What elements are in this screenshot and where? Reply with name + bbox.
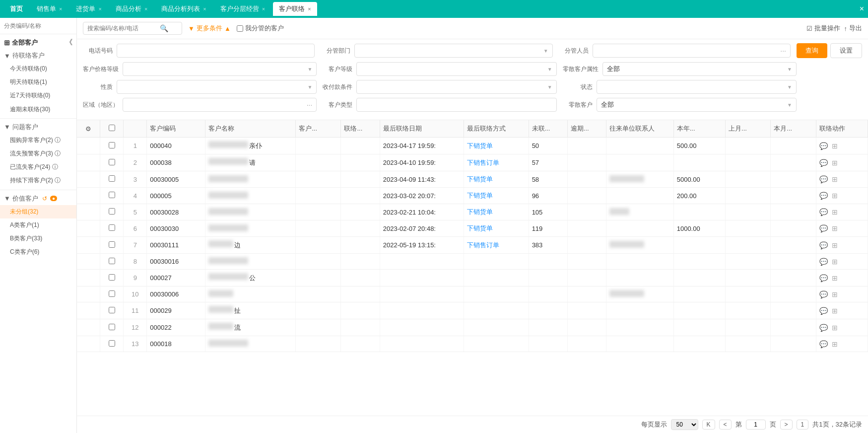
contact-method-link[interactable]: 下销货单 (467, 192, 493, 199)
tab-sales[interactable]: 销售单 × (31, 2, 68, 16)
next-page-btn[interactable]: > (780, 420, 793, 430)
tab-customer-segment[interactable]: 客户分层经营 × (214, 2, 271, 16)
message-icon[interactable]: 💬 (819, 175, 828, 183)
tab-home[interactable]: 首页 (4, 2, 29, 16)
sidebar-item-7day-contact[interactable]: 近7天待联络(0) (0, 89, 76, 102)
message-icon[interactable]: 💬 (819, 142, 828, 150)
sidebar-item-ungrouped[interactable]: 未分组(32) (0, 205, 76, 218)
cell-last-contact-method[interactable]: 下销货单 (464, 171, 529, 188)
grid-action-icon[interactable]: ⊞ (832, 340, 838, 348)
grid-action-icon[interactable]: ⊞ (832, 208, 838, 216)
contact-method-link[interactable]: 下销货单 (467, 142, 493, 149)
sidebar-item-tomorrow-contact[interactable]: 明天待联络(1) (0, 75, 76, 89)
row-checkbox[interactable] (109, 142, 115, 148)
cell-checkbox[interactable] (100, 270, 124, 287)
payment-select[interactable]: ▼ (356, 80, 556, 94)
contact-method-link[interactable]: 下销售订单 (467, 159, 499, 166)
grid-action-icon[interactable]: ⊞ (832, 159, 838, 167)
th-last-contact-date[interactable]: 最后联络日期 (380, 120, 464, 138)
th-this-year[interactable]: 本年... (673, 120, 725, 138)
row-checkbox[interactable] (109, 258, 115, 264)
cell-checkbox[interactable] (100, 254, 124, 270)
cell-checkbox[interactable] (100, 204, 124, 220)
row-checkbox[interactable] (109, 290, 115, 297)
message-icon[interactable]: 💬 (819, 159, 828, 167)
cell-last-contact-method[interactable]: 下销货单 (464, 220, 529, 237)
th-name[interactable]: 客户名称 (205, 120, 296, 138)
cell-checkbox[interactable] (100, 302, 124, 319)
filter-search-icon[interactable]: 🔍 (160, 24, 168, 32)
cell-checkbox[interactable] (100, 237, 124, 254)
cell-last-contact-method[interactable]: 下销售订单 (464, 237, 529, 254)
message-icon[interactable]: 💬 (819, 340, 828, 348)
th-checkbox[interactable] (100, 120, 124, 138)
export-btn[interactable]: ↑ 导出 (844, 24, 863, 33)
row-checkbox[interactable] (109, 340, 115, 347)
sidebar-item-today-contact[interactable]: 今天待联络(0) (0, 62, 76, 75)
scattered-select[interactable]: 全部▼ (597, 98, 797, 112)
sidebar-search-input[interactable] (4, 22, 77, 29)
contact-method-link[interactable]: 下销货单 (467, 208, 493, 216)
cell-last-contact-method[interactable] (464, 319, 529, 336)
message-icon[interactable]: 💬 (819, 324, 828, 332)
group-problem-customers[interactable]: ▼ 问题客户 (0, 121, 76, 134)
grid-action-icon[interactable]: ⊞ (832, 307, 838, 315)
row-checkbox[interactable] (109, 241, 115, 248)
message-icon[interactable]: 💬 (819, 258, 828, 266)
close-purchase-icon[interactable]: × (98, 6, 101, 12)
sidebar-item-hoarding-abnormal[interactable]: 囤购异常客户(2) ⓘ (0, 134, 76, 147)
status-select[interactable]: ▼ (597, 80, 797, 94)
manager-select[interactable]: ··· (593, 44, 791, 58)
contact-method-link[interactable]: 下销货单 (467, 224, 493, 232)
first-page-btn[interactable]: K (702, 420, 715, 430)
close-customer-contact-icon[interactable]: × (308, 6, 311, 12)
message-icon[interactable]: 💬 (819, 241, 828, 249)
cell-last-contact-method[interactable]: 下销货单 (464, 188, 529, 204)
row-checkbox[interactable] (109, 224, 115, 231)
grid-action-icon[interactable]: ⊞ (832, 224, 838, 232)
reset-btn[interactable]: 设置 (830, 43, 862, 58)
group-value-customers[interactable]: ▼ 价值客户 ↺ ● (0, 192, 76, 205)
th-this-month[interactable]: 本月... (771, 120, 816, 138)
region-input[interactable]: ··· (123, 98, 317, 112)
row-checkbox[interactable] (109, 274, 115, 281)
cell-checkbox[interactable] (100, 154, 124, 171)
cell-last-contact-method[interactable] (464, 287, 529, 302)
th-last-contact-method[interactable]: 最后联络方式 (464, 120, 529, 138)
cell-checkbox[interactable] (100, 188, 124, 204)
sidebar-item-declining[interactable]: 持续下滑客户(2) ⓘ (0, 174, 76, 187)
tab-product-analysis[interactable]: 商品分析 × (110, 2, 153, 16)
message-icon[interactable]: 💬 (819, 208, 828, 216)
th-overdue[interactable]: 逾期... (567, 120, 606, 138)
cell-checkbox[interactable] (100, 220, 124, 237)
customer-level-select[interactable]: ▼ (356, 62, 556, 76)
message-icon[interactable]: 💬 (819, 224, 828, 232)
select-all-checkbox[interactable] (109, 125, 115, 131)
price-level-select[interactable]: ▼ (123, 62, 317, 76)
cell-checkbox[interactable] (100, 336, 124, 352)
grid-action-icon[interactable]: ⊞ (832, 290, 838, 298)
batch-op-btn[interactable]: ☑ 批量操作 (806, 24, 840, 33)
contact-method-link[interactable]: 下销货单 (467, 175, 493, 183)
grid-action-icon[interactable]: ⊞ (832, 192, 838, 200)
row-checkbox[interactable] (109, 175, 115, 182)
row-checkbox[interactable] (109, 307, 115, 313)
last-page-btn[interactable]: 1 (797, 420, 809, 430)
th-no-contact[interactable]: 未联... (529, 120, 567, 138)
th-settings[interactable]: ⚙ (77, 120, 100, 138)
more-conditions-btn[interactable]: ▼ 更多条件 ▲ (188, 24, 231, 33)
cell-last-contact-method[interactable] (464, 302, 529, 319)
grid-action-icon[interactable]: ⊞ (832, 324, 838, 332)
my-customers-checkbox[interactable] (237, 25, 243, 32)
filter-search-input[interactable] (87, 25, 157, 32)
close-product-analysis-list-icon[interactable]: × (203, 6, 206, 12)
prev-page-btn[interactable]: < (719, 420, 732, 430)
row-checkbox[interactable] (109, 324, 115, 330)
grid-action-icon[interactable]: ⊞ (832, 241, 838, 249)
close-sales-icon[interactable]: × (59, 6, 62, 12)
cell-last-contact-method[interactable]: 下销货单 (464, 138, 529, 154)
message-icon[interactable]: 💬 (819, 192, 828, 200)
type-input[interactable] (356, 98, 556, 112)
sidebar-item-churned[interactable]: 已流失客户(24) ⓘ (0, 160, 76, 174)
grid-action-icon[interactable]: ⊞ (832, 274, 838, 282)
